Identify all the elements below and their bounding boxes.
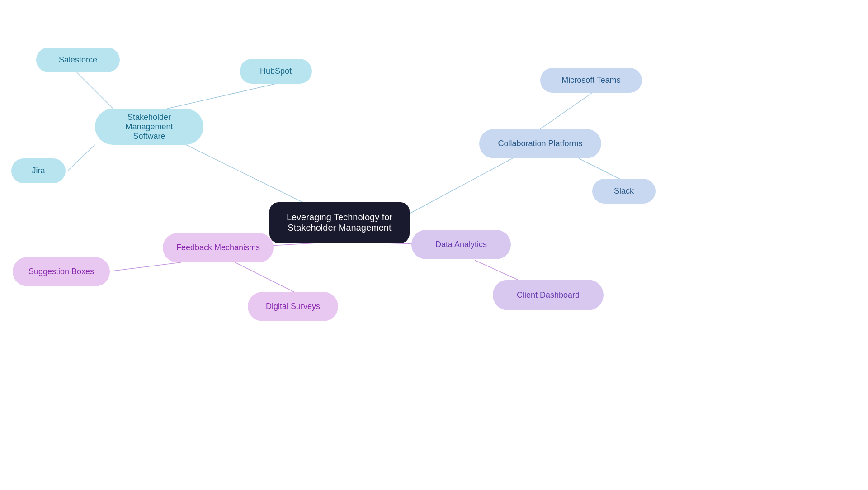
feedback-mechanisms-node[interactable]: Feedback Mechanisms bbox=[163, 233, 274, 262]
center-node[interactable]: Leveraging Technology forStakeholder Man… bbox=[269, 202, 410, 243]
salesforce-label: Salesforce bbox=[59, 55, 97, 65]
suggestion-boxes-node[interactable]: Suggestion Boxes bbox=[13, 257, 110, 286]
stakeholder-software-node[interactable]: Stakeholder ManagementSoftware bbox=[95, 109, 203, 145]
feedback-mechanisms-label: Feedback Mechanisms bbox=[176, 243, 260, 252]
client-dashboard-label: Client Dashboard bbox=[517, 290, 580, 300]
data-analytics-node[interactable]: Data Analytics bbox=[411, 230, 511, 259]
collaboration-platforms-node[interactable]: Collaboration Platforms bbox=[479, 129, 601, 158]
microsoft-teams-label: Microsoft Teams bbox=[561, 76, 621, 85]
slack-node[interactable]: Slack bbox=[592, 179, 656, 204]
svg-line-4 bbox=[77, 72, 113, 109]
svg-line-9 bbox=[108, 262, 181, 271]
slack-label: Slack bbox=[614, 186, 634, 196]
hubspot-label: HubSpot bbox=[260, 67, 292, 76]
center-label: Leveraging Technology forStakeholder Man… bbox=[287, 212, 392, 233]
hubspot-node[interactable]: HubSpot bbox=[240, 59, 312, 84]
stakeholder-software-label: Stakeholder ManagementSoftware bbox=[108, 113, 191, 141]
salesforce-node[interactable]: Salesforce bbox=[36, 48, 120, 72]
suggestion-boxes-label: Suggestion Boxes bbox=[28, 267, 94, 276]
svg-line-6 bbox=[68, 145, 95, 171]
data-analytics-label: Data Analytics bbox=[435, 240, 487, 249]
microsoft-teams-node[interactable]: Microsoft Teams bbox=[540, 68, 642, 93]
jira-node[interactable]: Jira bbox=[11, 158, 66, 183]
svg-line-8 bbox=[579, 158, 624, 181]
svg-line-7 bbox=[540, 93, 592, 129]
svg-line-5 bbox=[167, 84, 276, 109]
digital-surveys-label: Digital Surveys bbox=[266, 302, 320, 311]
jira-label: Jira bbox=[32, 166, 45, 176]
svg-line-10 bbox=[235, 262, 294, 292]
digital-surveys-node[interactable]: Digital Surveys bbox=[248, 292, 338, 321]
collaboration-platforms-label: Collaboration Platforms bbox=[498, 139, 582, 148]
client-dashboard-node[interactable]: Client Dashboard bbox=[493, 280, 604, 310]
